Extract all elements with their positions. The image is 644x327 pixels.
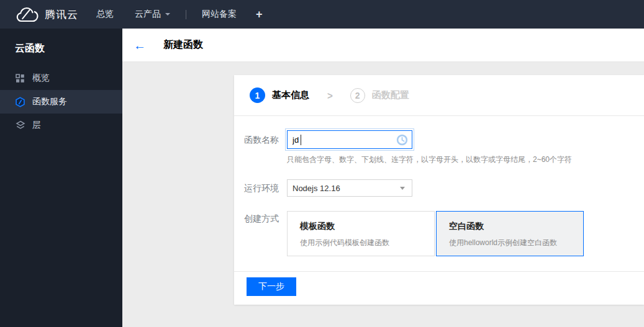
sidebar-item-label: 层 [32, 120, 41, 131]
top-navbar: 腾讯云 总览 云产品 网站备案 + [0, 0, 644, 29]
function-name-hint: 只能包含字母、数字、下划线、连字符，以字母开头，以数字或字母结尾，2~60个字符 [287, 155, 572, 165]
function-name-input[interactable] [288, 131, 412, 148]
text-caret [301, 135, 301, 145]
tencent-cloud-logo-icon [16, 7, 39, 22]
runtime-select[interactable]: Nodejs 12.16 [287, 179, 412, 197]
chevron-down-icon [165, 13, 170, 16]
wizard-steps: 1 基本信息 > 2 函数配置 [234, 75, 644, 116]
creation-method-row: 创建方式 模板函数 使用示例代码模板创建函数 空白函数 使用helloworld… [244, 211, 644, 256]
option-blank-function[interactable]: 空白函数 使用helloworld示例创建空白函数 [436, 211, 584, 256]
runtime-selected-value: Nodejs 12.16 [293, 184, 340, 193]
sidebar: 云函数 概览 函数服务 [0, 29, 122, 327]
step-function-config: 2 函数配置 [350, 88, 409, 103]
sidebar-item-function-service[interactable]: 函数服务 [0, 90, 122, 114]
sidebar-item-label: 函数服务 [32, 96, 67, 107]
step-1-badge: 1 [250, 87, 265, 103]
sidebar-title: 云函数 [0, 29, 122, 55]
layers-icon [15, 120, 25, 131]
card-footer: 下一步 [234, 271, 644, 296]
basic-info-form: 函数名称 只能包含字母、数字、下划线、连字符，以字母开头，以数字或字母结尾，2~… [234, 116, 644, 256]
step-2-label: 函数配置 [372, 89, 409, 101]
function-name-input-wrap [287, 130, 412, 149]
create-function-card: 1 基本信息 > 2 函数配置 函数名称 [234, 75, 644, 305]
function-name-field-group: 只能包含字母、数字、下划线、连字符，以字母开头，以数字或字母结尾，2~60个字符 [287, 130, 572, 165]
brand[interactable]: 腾讯云 [16, 7, 78, 22]
nav-cloud-products[interactable]: 云产品 [124, 0, 181, 29]
option-desc: 使用示例代码模板创建函数 [300, 238, 434, 248]
runtime-label: 运行环境 [244, 179, 287, 197]
option-template-function[interactable]: 模板函数 使用示例代码模板创建函数 [287, 211, 435, 256]
nav-overview[interactable]: 总览 [86, 0, 124, 29]
creation-method-options: 模板函数 使用示例代码模板创建函数 空白函数 使用helloworld示例创建空… [287, 211, 584, 256]
creation-method-label: 创建方式 [244, 212, 287, 256]
nav-menu: 总览 云产品 网站备案 + [86, 0, 271, 29]
option-title: 空白函数 [449, 221, 583, 232]
sidebar-item-overview[interactable]: 概览 [0, 66, 122, 90]
select-caret-icon [400, 187, 405, 190]
option-title: 模板函数 [300, 221, 434, 232]
sidebar-menu: 概览 函数服务 层 [0, 66, 122, 137]
brand-name: 腾讯云 [45, 7, 78, 22]
step-1-label: 基本信息 [272, 89, 309, 101]
sidebar-item-layers[interactable]: 层 [0, 114, 122, 137]
add-tab-button[interactable]: + [247, 0, 271, 29]
step-2-badge: 2 [350, 88, 365, 103]
back-button[interactable]: ← [134, 39, 146, 52]
nav-icp-record[interactable]: 网站备案 [191, 0, 247, 29]
page-header: ← 新建函数 [122, 29, 644, 62]
sidebar-item-label: 概览 [32, 73, 50, 84]
scf-hexagon-icon [15, 97, 25, 107]
page-title: 新建函数 [163, 38, 203, 52]
option-desc: 使用helloworld示例创建空白函数 [449, 238, 583, 248]
nav-divider [186, 10, 186, 19]
function-name-row: 函数名称 只能包含字母、数字、下划线、连字符，以字母开头，以数字或字母结尾，2~… [244, 130, 644, 165]
function-name-label: 函数名称 [244, 130, 287, 165]
next-step-button[interactable]: 下一步 [247, 277, 296, 296]
step-separator-icon: > [327, 89, 333, 102]
runtime-row: 运行环境 Nodejs 12.16 [244, 179, 644, 197]
grid-icon [15, 73, 25, 84]
nav-cloud-products-label: 云产品 [135, 9, 161, 20]
clock-loading-icon [396, 134, 408, 148]
step-basic-info: 1 基本信息 [250, 87, 309, 103]
